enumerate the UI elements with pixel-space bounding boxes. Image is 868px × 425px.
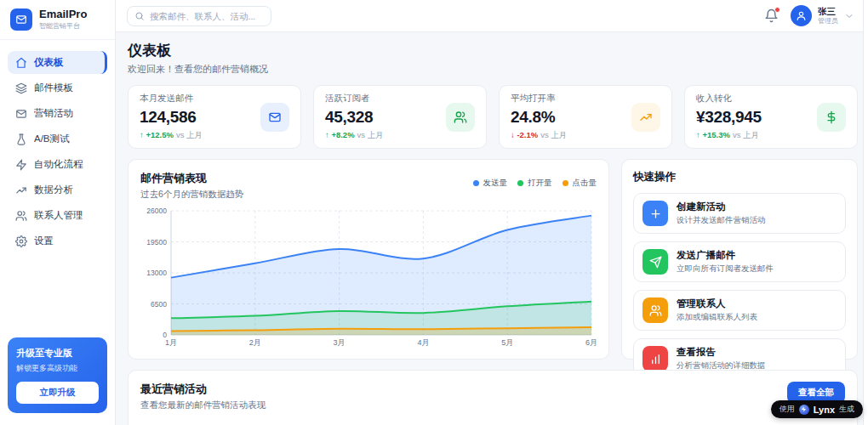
sidebar: EmailPro 智能营销平台 仪表板邮件模板营销活动A/B测试自动化流程数据分… [0,0,116,425]
quick-action-title: 创建新活动 [677,201,766,213]
stat-cards-row: 本月发送邮件124,586↑ +12.5%vs 上月活跃订阅者45,328↑ +… [128,85,858,149]
sidebar-item-label: 仪表板 [34,56,64,69]
sidebar-item-label: 设置 [34,235,54,247]
brand: EmailPro 智能营销平台 [0,0,115,40]
user-name: 张三 [818,6,838,17]
chart-subtitle: 过去6个月的营销数据趋势 [140,189,243,201]
legend-dot [562,180,568,186]
content: 仪表板 欢迎回来！查看您的邮件营销概况 本月发送邮件124,586↑ +12.5… [116,32,868,425]
search-input[interactable] [150,11,264,21]
sidebar-item-templates[interactable]: 邮件模板 [8,76,107,99]
bar-chart-icon [642,346,668,371]
chart-legend: 发送量打开量点击量 [473,171,597,189]
stat-change: ↑ +8.2%vs 上月 [325,130,384,141]
quick-action-subtitle: 立即向所有订阅者发送邮件 [677,264,774,275]
sidebar-item-contacts[interactable]: 联系人管理 [8,204,107,227]
user-role: 管理员 [818,16,838,26]
svg-text:13000: 13000 [146,269,167,277]
gear-icon [15,235,27,247]
sidebar-item-settings[interactable]: 设置 [8,230,107,252]
recent-campaigns-card: 最近营销活动 查看您最新的邮件营销活动表现 查看全部 活动名称状态发送量打开率点… [128,370,858,425]
legend-item-1: 打开量 [517,178,552,189]
avatar [791,5,812,26]
recent-title: 最近营销活动 [140,382,266,397]
sidebar-item-label: 数据分析 [34,184,73,196]
notification-dot [774,7,780,13]
page-title: 仪表板 [128,41,858,60]
svg-text:6500: 6500 [151,300,167,309]
topbar: 张三 管理员 [116,0,868,32]
brand-tagline: 智能营销平台 [39,21,87,31]
upgrade-title: 升级至专业版 [16,347,99,360]
users-icon [15,210,27,222]
quick-action-send-broadcast[interactable]: 发送广播邮件立即向所有订阅者发送邮件 [633,241,846,282]
send-icon [642,249,668,275]
svg-text:5月: 5月 [501,338,513,347]
stat-value: 45,328 [325,108,384,127]
svg-text:4月: 4月 [417,338,429,347]
mail-logo-icon [10,8,32,31]
svg-text:3月: 3月 [334,338,345,347]
sidebar-item-label: A/B测试 [34,133,70,145]
legend-item-0: 发送量 [473,178,508,189]
sidebar-item-dashboard[interactable]: 仪表板 [8,51,107,74]
sidebar-item-campaigns[interactable]: 营销活动 [8,102,107,125]
upgrade-button[interactable]: 立即升级 [16,382,99,404]
chevron-down-icon [844,11,854,21]
sidebar-item-label: 营销活动 [34,107,73,120]
quick-action-manage-contacts[interactable]: 管理联系人添加或编辑联系人列表 [633,290,846,331]
notifications-button[interactable] [764,8,779,23]
layers-icon [15,82,27,94]
performance-chart-card: 邮件营销表现 过去6个月的营销数据趋势 发送量打开量点击量 0650013000… [128,159,609,360]
trending-up-icon [631,103,660,132]
sidebar-item-analytics[interactable]: 数据分析 [8,178,107,201]
sidebar-nav: 仪表板邮件模板营销活动A/B测试自动化流程数据分析联系人管理设置 [0,40,115,329]
stat-label: 平均打开率 [511,93,567,105]
users-icon [446,103,475,132]
watermark-suffix: 生成 [839,404,854,415]
watermark-prefix: 使用 [779,404,795,415]
stat-value: 124,586 [140,108,203,127]
user-menu[interactable]: 张三 管理员 [791,5,854,26]
legend-dot [473,180,479,186]
lynx-watermark-badge: 使用 Lynx 生成 [771,400,863,418]
search-box[interactable] [127,6,271,26]
quick-action-create-campaign[interactable]: 创建新活动设计并发送邮件营销活动 [633,193,846,234]
quick-action-title: 查看报告 [677,346,766,359]
scrollbar-track[interactable] [863,0,868,425]
trending-up-icon [15,184,27,196]
watermark-brand: Lynx [814,405,835,415]
mail-icon [15,108,27,120]
search-icon [134,11,145,21]
stat-card-3: 收入转化¥328,945↑ +15.3%vs 上月 [684,85,858,149]
quick-action-subtitle: 设计并发送邮件营销活动 [677,215,766,226]
sidebar-item-ab-test[interactable]: A/B测试 [8,128,107,150]
lynx-logo-icon [799,405,809,415]
sidebar-item-label: 自动化流程 [34,158,83,171]
stat-value: 24.8% [511,108,567,127]
users-icon [642,298,668,323]
page-subtitle: 欢迎回来！查看您的邮件营销概况 [128,63,858,76]
zap-icon [15,159,27,171]
svg-text:1月: 1月 [165,338,177,347]
sidebar-item-label: 邮件模板 [34,82,73,94]
stat-card-0: 本月发送邮件124,586↑ +12.5%vs 上月 [128,85,301,149]
quick-action-subtitle: 添加或编辑联系人列表 [677,312,757,323]
stat-card-1: 活跃订阅者45,328↑ +8.2%vs 上月 [313,85,487,149]
app-root: EmailPro 智能营销平台 仪表板邮件模板营销活动A/B测试自动化流程数据分… [0,0,868,425]
svg-text:6月: 6月 [585,338,597,347]
plus-icon [642,201,668,226]
stat-change: ↑ +15.3%vs 上月 [696,130,762,141]
sidebar-item-automation[interactable]: 自动化流程 [8,153,107,176]
stat-card-2: 平均打开率24.8%↓ -2.1%vs 上月 [499,85,672,149]
quick-action-title: 管理联系人 [677,298,757,310]
upgrade-card: 升级至专业版 解锁更多高级功能 立即升级 [8,337,107,413]
stat-change: ↑ +12.5%vs 上月 [140,130,203,141]
stat-label: 本月发送邮件 [140,93,203,105]
stat-change: ↓ -2.1%vs 上月 [511,130,567,141]
recent-subtitle: 查看您最新的邮件营销活动表现 [140,400,266,411]
performance-chart: 065001300019500260001月2月3月4月5月6月 [140,204,597,350]
svg-text:19500: 19500 [146,238,167,246]
main-column: 张三 管理员 仪表板 欢迎回来！查看您的邮件营销概况 本月发送邮件124,586… [116,0,868,425]
quick-action-title: 发送广播邮件 [677,249,774,262]
